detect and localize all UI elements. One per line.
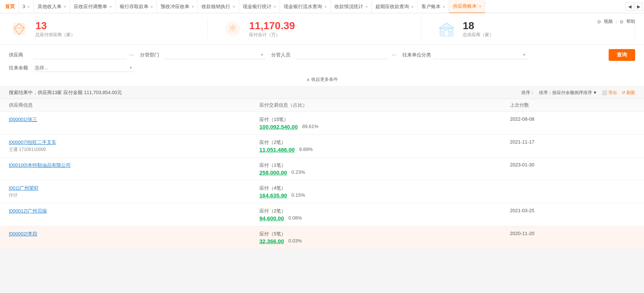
supplier-dots[interactable]: ··· [129, 52, 134, 58]
nav-overdue-ar-label: 超期应收款查询 [375, 3, 409, 10]
nav-cash-bank-flow-close[interactable]: × [324, 4, 326, 9]
nav-cash-bank-stat-close[interactable]: × [274, 4, 276, 9]
nav-collection-stat[interactable]: 收款情况统计 × [331, 0, 372, 13]
col-payable-info: 应付交易信息（占比） [259, 102, 510, 108]
department-input[interactable] [166, 52, 260, 58]
department-select[interactable]: ▼ [164, 51, 265, 59]
payable-suppliers-label: 总应付供应商（家） [35, 32, 75, 38]
supplier-input[interactable] [33, 51, 126, 59]
nav-scroll-arrows: ◀ ▶ [626, 3, 643, 11]
nav-collection-verify-close[interactable]: × [232, 4, 235, 9]
top-right-links: ⊙ 视频 | ⊙ 帮助 [597, 18, 635, 25]
nav-overdue-ar-close[interactable]: × [411, 4, 413, 9]
pay-amount-2[interactable]: 258,000.00 [259, 169, 287, 176]
department-label: 分管部门 [140, 52, 162, 58]
nav-tab-3-label: 3 [22, 4, 25, 9]
nav-tab-3[interactable]: 3 × [19, 0, 34, 13]
pay-label-2: 应付（1笔） [259, 162, 510, 169]
pay-amount-1[interactable]: 11,051,486.00 [259, 146, 295, 153]
nav-other-income[interactable]: 其他收入单 × [34, 0, 70, 13]
nav-bank-deposit-close[interactable]: × [151, 4, 153, 9]
rice-icon: 米 [223, 18, 243, 39]
store-icon [436, 18, 457, 39]
balance-label: 往来余额 [9, 65, 31, 71]
nav-other-income-close[interactable]: × [64, 4, 66, 9]
nav-cash-bank-stat-label: 现金银行统计 [243, 3, 272, 10]
payable-cell-2: 应付（1笔） 258,000.00 0.23% [259, 162, 510, 176]
payable-cell-1: 应付（2笔） 11,051,486.00 9.89% [259, 139, 510, 153]
balance-filter: 往来余额 ▼ [9, 64, 134, 72]
last-pay-2: 2023-01-30 [510, 162, 635, 168]
unit-category-input[interactable] [435, 52, 522, 58]
refresh-label: 刷新 [626, 90, 635, 96]
table-row: [000001]张三 应付（15笔） 100,092,540.00 89.61%… [0, 112, 644, 135]
refresh-button[interactable]: ↺ 刷新 [622, 90, 635, 96]
nav-ar-ap-adjust-close[interactable]: × [109, 4, 112, 9]
total-suppliers-num: 18 [463, 20, 494, 32]
table-header: 供应商信息 应付交易信息（占比） 上次付数 [0, 99, 644, 112]
nav-overdue-ar[interactable]: 超期应收款查询 × [372, 0, 417, 13]
payable-cell-0: 应付（15笔） 100,092,540.00 89.61% [259, 116, 510, 130]
help-icon: ⊙ [620, 19, 623, 24]
nav-supplier-ledger-close[interactable]: × [479, 4, 481, 8]
supplier-link-001[interactable]: [001]广州荣轩 [9, 185, 259, 192]
supplier-link-000012[interactable]: [000012]广州贝瑞 [9, 208, 259, 214]
nav-home[interactable]: 首页 [1, 0, 19, 13]
last-pay-4: 2021-03-25 [510, 208, 635, 213]
supplier-link-000002[interactable]: [000002]李四 [9, 231, 259, 237]
payable-suppliers-num: 13 [35, 20, 75, 32]
balance-input[interactable] [35, 65, 129, 70]
pay-label-0: 应付（15笔） [259, 116, 510, 123]
collapse-button[interactable]: ∧ 收起更多条件 [307, 76, 338, 83]
svg-marker-8 [439, 23, 454, 28]
nav-collection-verify[interactable]: 收款核销执行 × [198, 0, 239, 13]
unit-category-select[interactable]: ▼ [433, 51, 528, 59]
balance-select[interactable]: ▼ [33, 64, 134, 72]
nav-other-income-label: 其他收入单 [38, 3, 62, 10]
nav-supplier-ledger[interactable]: 供应商账本 × [449, 0, 485, 13]
export-button[interactable]: ⬜ 导出 [602, 90, 617, 96]
nav-customer-ledger[interactable]: 客户账本 × [418, 0, 449, 13]
department-filter: 分管部门 ▼ [140, 51, 265, 59]
nav-advance-collection-close[interactable]: × [192, 4, 194, 9]
nav-collection-stat-close[interactable]: × [365, 4, 368, 9]
supplier-link-000100[interactable]: [000100]本特勒油品有限公司 [9, 162, 259, 169]
video-link[interactable]: 视频 [604, 18, 613, 25]
nav-tab-3-close[interactable]: × [27, 4, 29, 9]
supplier-link-000001[interactable]: [000001]张三 [9, 116, 259, 123]
supplier-link-000007[interactable]: [000007]恒旺二手叉车 [9, 139, 259, 146]
nav-next-btn[interactable]: ▶ [634, 3, 643, 11]
pay-percent-1: 9.89% [299, 146, 313, 152]
table-row: [000012]广州贝瑞 应付（2笔） 94,600.00 0.08% 2021… [0, 203, 644, 226]
pay-amount-5[interactable]: 32,366.00 [259, 238, 284, 244]
nav-ar-ap-adjust-label: 应收应付调整单 [74, 3, 107, 10]
pay-percent-4: 0.08% [288, 215, 302, 221]
pay-amount-3[interactable]: 164,635.90 [259, 192, 287, 199]
help-link[interactable]: 帮助 [626, 18, 635, 25]
payable-total-num: 11,170.39 [249, 20, 295, 32]
person-dots[interactable]: ··· [392, 52, 396, 58]
filter-row-2: 往来余额 ▼ [9, 64, 134, 72]
nav-advance-collection[interactable]: 预收冲应收单 × [157, 0, 198, 13]
nav-cash-bank-flow-label: 现金银行流水查询 [284, 3, 322, 10]
query-button[interactable]: 查询 [609, 49, 635, 61]
results-bar: 搜索结果中，供应商13家 应付金额 111,703,854.00元 排序： 排序… [0, 87, 644, 99]
collapse-btn-label: 收起更多条件 [311, 76, 338, 83]
nav-cash-bank-flow[interactable]: 现金银行流水查询 × [280, 0, 330, 13]
nav-customer-ledger-label: 客户账本 [421, 3, 441, 10]
diamond-icon [9, 18, 29, 39]
nav-bank-deposit[interactable]: 银行存取款单 × [116, 0, 157, 13]
nav-ar-ap-adjust[interactable]: 应收应付调整单 × [70, 0, 116, 13]
export-icon: ⬜ [602, 90, 607, 95]
collapse-chevron-icon: ∧ [307, 77, 310, 82]
pay-amount-0[interactable]: 100,092,540.00 [259, 124, 298, 130]
pay-amount-4[interactable]: 94,600.00 [259, 215, 284, 221]
person-input[interactable] [295, 51, 389, 59]
supplier-cell: [000012]广州贝瑞 [9, 208, 259, 214]
nav-prev-btn[interactable]: ◀ [626, 3, 634, 11]
sort-button[interactable]: 排序：按应付余额倒序排序 ▼ [539, 90, 597, 96]
person-label: 分管人员 [271, 52, 293, 58]
nav-cash-bank-stat[interactable]: 现金银行统计 × [239, 0, 280, 13]
nav-customer-ledger-close[interactable]: × [443, 4, 445, 9]
video-icon: ⊙ [597, 19, 601, 24]
